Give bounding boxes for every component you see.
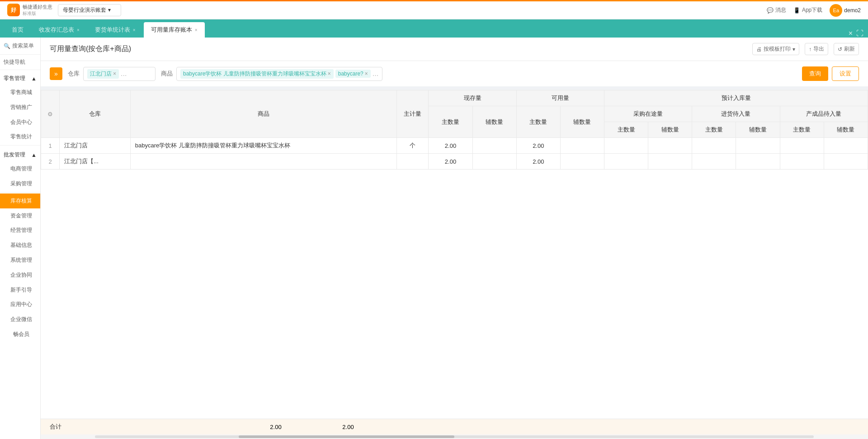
setting-btn-label: 设置 <box>840 70 851 77</box>
row-stock-aux-2 <box>472 154 516 170</box>
th-available-qty: 可用量 <box>516 90 604 106</box>
sidebar-item-enterprise[interactable]: 企业协同 <box>0 268 40 283</box>
export-label: 导出 <box>813 45 824 53</box>
th-incoming-aux: 辅数量 <box>736 122 780 138</box>
sidebar-item-ecommerce[interactable]: 电商管理 <box>0 161 40 176</box>
sidebar-item-member[interactable]: 畅会员 <box>0 327 40 342</box>
row-incoming-main-2 <box>692 154 736 170</box>
row-purch-transit-aux-1 <box>648 138 692 154</box>
th-settings: ⚙ <box>41 90 60 138</box>
row-products-pending-aux-2 <box>824 154 868 170</box>
print-template-label: 按模板打印 <box>764 45 791 53</box>
tab-available-stock-close[interactable]: × <box>195 28 198 33</box>
page-title: 可用量查询(按仓库+商品) <box>50 44 131 59</box>
row-incoming-aux-1 <box>736 138 780 154</box>
row-unit-2 <box>397 154 429 170</box>
th-products-pending-aux: 辅数量 <box>824 122 868 138</box>
refresh-icon: ↺ <box>838 46 842 52</box>
avatar: Ea <box>830 4 842 17</box>
th-incoming-main: 主数量 <box>692 122 736 138</box>
tab-home[interactable]: 首页 <box>5 22 31 38</box>
filter-expand-btn[interactable]: » <box>50 67 62 80</box>
row-avail-aux-2 <box>560 154 604 170</box>
tenant-selector[interactable]: 母婴行业演示账套 ▾ <box>58 4 121 16</box>
warehouse-tag-close[interactable]: × <box>113 71 116 77</box>
table-row: 2 江北门店【... 2.00 2.00 <box>41 154 868 170</box>
setting-btn[interactable]: 设置 <box>832 66 859 81</box>
table-row: 1 江北门店 babycare学饮杯 儿童防摔防撞吸管杯重力球吸嘴杯宝宝水杯 个… <box>41 138 868 154</box>
tab-available-stock[interactable]: 可用量库存账本 × <box>144 22 205 38</box>
row-unit-1: 个 <box>397 138 429 154</box>
app-download-action[interactable]: 📱 App下载 <box>793 6 822 14</box>
query-btn[interactable]: 查询 <box>802 66 828 81</box>
top-bar-right: 💬 消息 📱 App下载 Ea demo2 <box>767 4 861 17</box>
horizontal-scrollbar[interactable] <box>41 434 868 439</box>
sidebar-group-wholesale[interactable]: 批发管理 ▲ <box>0 146 40 161</box>
warehouse-tag-jiangbei: 江北门店 × <box>87 69 119 79</box>
refresh-label: 刷新 <box>844 45 855 53</box>
tenant-name: 母婴行业演示账套 <box>63 6 106 14</box>
warehouse-tag-container[interactable]: 江北门店 × ... <box>83 67 156 81</box>
product-filter-label: 商品 <box>161 70 173 78</box>
sidebar-quick-nav[interactable]: 快捷导航 <box>0 55 40 70</box>
tab-order-stats-close[interactable]: × <box>133 28 136 33</box>
user-profile[interactable]: Ea demo2 <box>830 4 861 17</box>
sidebar-item-inventory[interactable]: 库存核算 <box>0 194 40 208</box>
product-tag-babycare2: babycare? × <box>335 70 371 78</box>
filter-product-group: 商品 babycare学饮杯 儿童防摔防撞吸管杯重力球吸嘴杯宝宝水杯 × bab… <box>161 67 382 81</box>
product-tag2-close[interactable]: × <box>365 71 368 77</box>
sidebar-item-app-center[interactable]: 应用中心 <box>0 297 40 312</box>
th-expected-inbound: 预计入库量 <box>604 90 868 106</box>
row-avail-main-2: 2.00 <box>516 154 560 170</box>
filter-area: » 仓库 江北门店 × ... 商品 babycare学饮杯 儿童防摔防撞吸管杯… <box>41 61 868 86</box>
row-purch-transit-main-2 <box>604 154 648 170</box>
product-tag-text2: babycare? <box>338 71 363 77</box>
sidebar-item-newbie[interactable]: 新手引导 <box>0 283 40 297</box>
product-tag-container[interactable]: babycare学饮杯 儿童防摔防撞吸管杯重力球吸嘴杯宝宝水杯 × babyca… <box>176 67 382 81</box>
sidebar-group-retail[interactable]: 零售管理 ▲ <box>0 70 40 85</box>
sidebar-item-marketing[interactable]: 营销推广 <box>0 100 40 115</box>
sidebar-item-operations[interactable]: 经营管理 <box>0 223 40 238</box>
close-all-tabs-btn[interactable]: × <box>849 29 853 38</box>
tab-order-stats[interactable]: 要货单统计表 × <box>88 22 143 38</box>
sidebar-item-wechat[interactable]: 企业微信 <box>0 312 40 327</box>
tab-receive-summary-close[interactable]: × <box>77 28 80 33</box>
logo-sub: 标准版 <box>23 10 52 17</box>
table-wrapper: ⚙ 仓库 商品 主计量 现存量 可用量 预计入库量 主数量 辅数量 主数量 辅数… <box>41 90 868 419</box>
sidebar-item-purchase[interactable]: 采购管理 <box>0 176 40 191</box>
retail-group-chevron: ▲ <box>31 76 37 82</box>
footer-stock-main: 2.00 <box>258 424 294 430</box>
th-purch-transit: 采购在途量 <box>604 106 692 122</box>
scroll-thumb[interactable] <box>239 435 454 438</box>
sidebar-item-membership[interactable]: 会员中心 <box>0 115 40 130</box>
settings-gear-icon[interactable]: ⚙ <box>46 109 55 118</box>
message-action[interactable]: 💬 消息 <box>767 6 786 14</box>
chevron-down-icon: ▾ <box>108 7 111 13</box>
product-ellipsis[interactable]: ... <box>373 70 378 78</box>
warehouse-ellipsis[interactable]: ... <box>121 70 127 78</box>
tab-receive-summary[interactable]: 收发存汇总表 × <box>32 22 87 38</box>
th-avail-aux: 辅数量 <box>560 106 604 138</box>
scroll-track[interactable] <box>95 435 814 438</box>
table-footer: 合计 2.00 2.00 <box>41 419 868 434</box>
expand-tabs-btn[interactable]: ⛶ <box>856 29 863 38</box>
product-tag-close[interactable]: × <box>328 71 331 77</box>
sidebar-item-basics[interactable]: 基础信息 <box>0 238 40 253</box>
filter-warehouse-group: 仓库 江北门店 × ... <box>68 67 156 81</box>
sidebar-divider-2 <box>0 192 40 193</box>
sidebar: 🔍 搜索菜单 快捷导航 零售管理 ▲ 零售商城 营销推广 会员中心 零售统计 批… <box>0 38 41 439</box>
sidebar-item-retail-store[interactable]: 零售商城 <box>0 85 40 100</box>
row-incoming-aux-2 <box>736 154 780 170</box>
sidebar-item-system[interactable]: 系统管理 <box>0 253 40 268</box>
refresh-btn[interactable]: ↺ 刷新 <box>834 43 859 55</box>
th-products-pending-main: 主数量 <box>780 122 824 138</box>
print-template-btn[interactable]: 🖨 按模板打印 ▾ <box>752 43 799 55</box>
sidebar-item-retail-stats[interactable]: 零售统计 <box>0 129 40 144</box>
export-btn[interactable]: ↑ 导出 <box>805 43 828 55</box>
sidebar-search[interactable]: 🔍 搜索菜单 <box>0 38 40 55</box>
main-layout: 🔍 搜索菜单 快捷导航 零售管理 ▲ 零售商城 营销推广 会员中心 零售统计 批… <box>0 38 868 439</box>
sidebar-item-finance[interactable]: 资金管理 <box>0 208 40 223</box>
row-incoming-main-1 <box>692 138 736 154</box>
filter-actions: 查询 设置 <box>802 66 859 81</box>
th-current-stock: 现存量 <box>429 90 516 106</box>
